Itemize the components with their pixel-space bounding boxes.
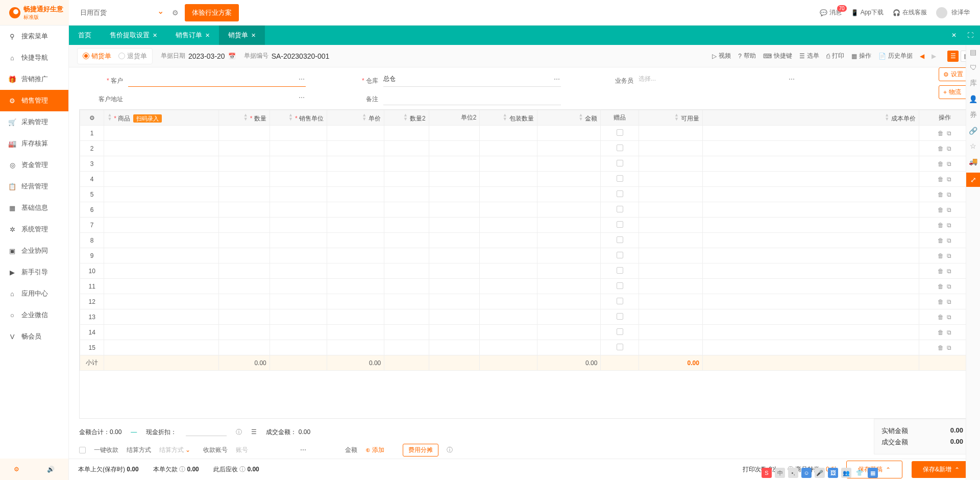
cell-qty[interactable] — [218, 263, 270, 279]
th-gift[interactable]: 赠品 — [601, 110, 639, 126]
cell-unit2[interactable] — [429, 263, 480, 279]
cell-packqty[interactable] — [480, 233, 537, 248]
tab-2[interactable]: 销售订单✕ — [166, 26, 219, 45]
th-amount[interactable]: ▲▼金额 — [537, 110, 601, 126]
ime-person-icon[interactable]: 👥 — [841, 468, 851, 478]
th-qty[interactable]: ▲▼数量 — [218, 110, 270, 126]
user-menu[interactable]: 徐泽华 — [936, 7, 970, 18]
table-row[interactable]: 15🗑⧉ — [80, 340, 970, 355]
cell-unit[interactable] — [270, 263, 327, 279]
cell-cost[interactable] — [702, 325, 919, 340]
th-avail[interactable]: ▲▼可用量 — [639, 110, 703, 126]
table-row[interactable]: 6🗑⧉ — [80, 202, 970, 218]
copy-icon[interactable]: ⧉ — [947, 145, 951, 152]
table-row[interactable]: 1🗑⧉ — [80, 126, 970, 141]
cell-packqty[interactable] — [480, 141, 537, 156]
table-row[interactable]: 11🗑⧉ — [80, 279, 970, 294]
help-icon[interactable]: ⓘ — [239, 466, 246, 473]
lookup-icon[interactable]: ⋯ — [789, 76, 795, 83]
sidebar-item-10[interactable]: ▣企业协同 — [0, 240, 68, 261]
cell-qty2[interactable] — [384, 325, 429, 340]
support-button[interactable]: 🎧 在线客服 — [893, 8, 927, 17]
cell-unit2[interactable] — [429, 340, 480, 355]
cell-avail[interactable] — [639, 325, 703, 340]
cell-unit2[interactable] — [429, 279, 480, 294]
cell-packqty[interactable] — [480, 218, 537, 233]
sidebar-item-9[interactable]: ✲系统管理 — [0, 219, 68, 240]
copy-icon[interactable]: ⧉ — [947, 206, 951, 213]
delete-icon[interactable]: 🗑 — [938, 344, 944, 351]
add-payment-button[interactable]: ⊕ 添加 — [365, 446, 384, 454]
cell-price[interactable] — [327, 187, 384, 202]
cell-unit[interactable] — [270, 187, 327, 202]
copy-icon[interactable]: ⧉ — [947, 298, 951, 305]
ops-link[interactable]: ▦操作 — [851, 52, 871, 60]
cell-cost[interactable] — [702, 141, 919, 156]
cell-qty2[interactable] — [384, 309, 429, 325]
table-row[interactable]: 2🗑⧉ — [80, 141, 970, 156]
ime-grid-icon[interactable]: ▦ — [868, 468, 878, 478]
radio-return[interactable]: 退货单 — [118, 52, 147, 61]
cell-unit[interactable] — [270, 156, 327, 172]
cell-unit[interactable] — [270, 248, 327, 263]
th-unit2[interactable]: 单位2 — [429, 110, 480, 126]
cell-unit2[interactable] — [429, 187, 480, 202]
rail-icon-8[interactable]: 🚚 — [969, 157, 977, 165]
warehouse-input[interactable]: 总仓⋯ — [383, 75, 561, 87]
cell-cost[interactable] — [702, 233, 919, 248]
cell-avail[interactable] — [639, 340, 703, 355]
sidebar-item-13[interactable]: ○企业微信 — [0, 304, 68, 326]
cell-avail[interactable] — [639, 279, 703, 294]
copy-icon[interactable]: ⧉ — [947, 191, 951, 198]
cell-price[interactable] — [327, 141, 384, 156]
cell-qty[interactable] — [218, 340, 270, 355]
tab-3[interactable]: 销货单✕ — [219, 26, 265, 45]
delete-icon[interactable]: 🗑 — [938, 222, 944, 229]
cell-qty2[interactable] — [384, 294, 429, 309]
delete-icon[interactable]: 🗑 — [938, 160, 944, 167]
checkbox[interactable] — [617, 252, 623, 258]
cell-amount[interactable] — [537, 294, 601, 309]
cell-unit[interactable] — [270, 172, 327, 187]
cell-amount[interactable] — [537, 248, 601, 263]
cell-amount[interactable] — [537, 126, 601, 141]
table-row[interactable]: 13🗑⧉ — [80, 309, 970, 325]
tab-expand-button[interactable]: ⛶ — [963, 28, 978, 43]
cell-packqty[interactable] — [480, 248, 537, 263]
account-select[interactable]: 账号 — [236, 446, 272, 454]
cell-packqty[interactable] — [480, 294, 537, 309]
table-row[interactable]: 12🗑⧉ — [80, 294, 970, 309]
cell-price[interactable] — [327, 325, 384, 340]
cell-gift[interactable] — [601, 126, 639, 141]
cell-amount[interactable] — [537, 340, 601, 355]
cell-qty2[interactable] — [384, 172, 429, 187]
cell-qty[interactable] — [218, 126, 270, 141]
delete-icon[interactable]: 🗑 — [938, 237, 944, 244]
cell-cost[interactable] — [702, 294, 919, 309]
cell-avail[interactable] — [639, 309, 703, 325]
rail-icon-3[interactable]: 库 — [970, 79, 977, 88]
cell-avail[interactable] — [639, 202, 703, 218]
cell-packqty[interactable] — [480, 187, 537, 202]
cell-qty2[interactable] — [384, 340, 429, 355]
th-unit[interactable]: ▲▼销售单位 — [270, 110, 327, 126]
cell-price[interactable] — [327, 156, 384, 172]
help-icon[interactable]: ⓘ — [179, 466, 185, 473]
cell-gift[interactable] — [601, 294, 639, 309]
delete-icon[interactable]: 🗑 — [938, 314, 944, 321]
checkbox[interactable] — [617, 206, 623, 212]
th-settings[interactable]: ⚙ — [80, 110, 104, 126]
cell-packqty[interactable] — [480, 309, 537, 325]
cell-qty[interactable] — [218, 325, 270, 340]
cell-price[interactable] — [327, 126, 384, 141]
cell-product[interactable] — [104, 340, 219, 355]
cell-qty[interactable] — [218, 141, 270, 156]
cell-price[interactable] — [327, 248, 384, 263]
sidebar-item-0[interactable]: ⚲搜索菜单 — [0, 26, 68, 47]
cell-product[interactable] — [104, 202, 219, 218]
cell-qty[interactable] — [218, 187, 270, 202]
cell-unit2[interactable] — [429, 172, 480, 187]
cell-unit2[interactable] — [429, 325, 480, 340]
sidebar-item-6[interactable]: ◎资金管理 — [0, 154, 68, 176]
settings-button[interactable]: ⚙设置 — [939, 67, 968, 81]
